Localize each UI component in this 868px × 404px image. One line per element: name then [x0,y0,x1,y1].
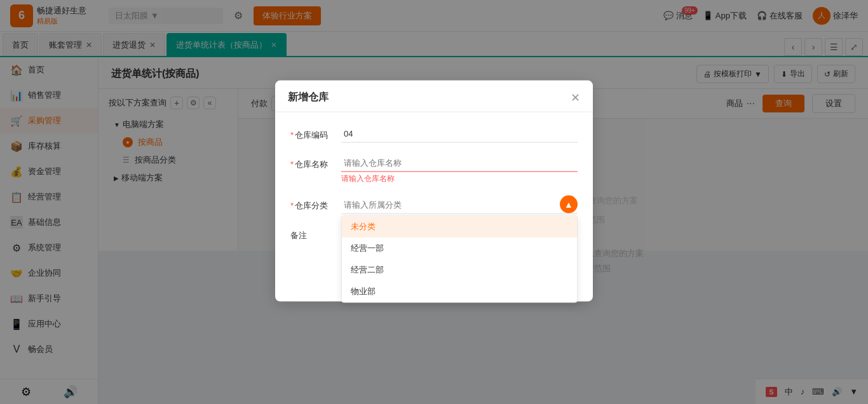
modal-close-button[interactable]: ✕ [571,91,580,103]
category-input[interactable] [341,196,560,213]
category-toggle-btn[interactable]: ▲ [560,196,578,213]
dropdown-item-dept1[interactable]: 经营一部 [342,238,577,259]
category-wrapper: ▲ 未分类 经营一部 经营二部 物业部 [341,196,578,214]
modal-header: 新增仓库 ✕ [275,81,593,112]
category-dropdown: 未分类 经营一部 经营二部 物业部 [341,215,578,303]
category-label: *仓库分类 [290,196,341,212]
warehouse-code-row: *仓库编码 [290,125,578,143]
dropdown-item-unclassified[interactable]: 未分类 [342,216,577,238]
category-input-row: ▲ [341,196,578,214]
name-label: *仓库名称 [290,154,341,170]
dropdown-item-dept2[interactable]: 经营二部 [342,259,577,281]
add-warehouse-modal: 新增仓库 ✕ *仓库编码 *仓库名称 请输入仓库名称 *仓库分类 [275,81,593,302]
warehouse-name-row: *仓库名称 请输入仓库名称 [290,154,578,184]
code-input-wrapper [341,125,578,143]
name-error-text: 请输入仓库名称 [341,173,578,184]
modal-body: *仓库编码 *仓库名称 请输入仓库名称 *仓库分类 [275,112,593,261]
remark-label: 备注 [290,226,341,241]
name-input-wrapper: 请输入仓库名称 [341,154,578,184]
warehouse-code-input[interactable] [341,125,578,143]
dropdown-item-property[interactable]: 物业部 [342,281,577,302]
code-label: *仓库编码 [290,125,341,141]
modal-title: 新增仓库 [288,91,329,104]
warehouse-name-input[interactable] [341,154,578,172]
warehouse-category-row: *仓库分类 ▲ 未分类 经营一部 经营二部 物业部 [290,196,578,214]
